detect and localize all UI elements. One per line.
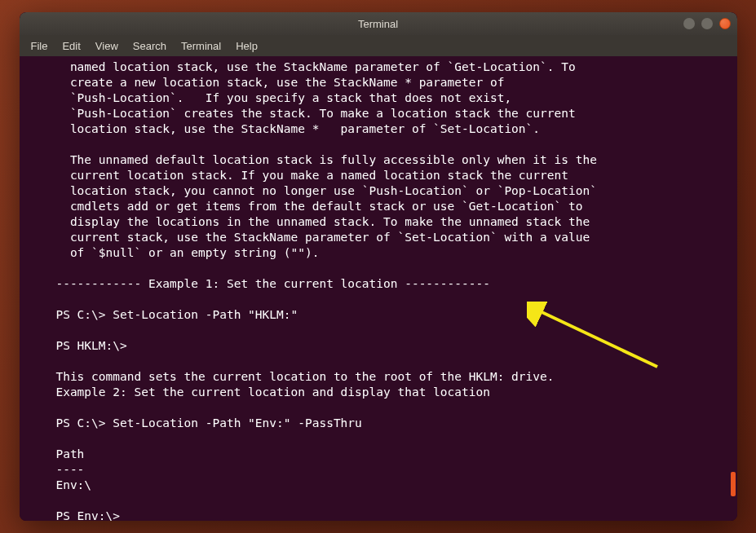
- minimize-button[interactable]: [683, 18, 695, 29]
- window-controls: [683, 18, 731, 29]
- maximize-button[interactable]: [701, 18, 713, 29]
- menu-edit[interactable]: Edit: [55, 37, 86, 55]
- menubar: File Edit View Search Terminal Help: [20, 35, 737, 56]
- terminal-output[interactable]: named location stack, use the StackName …: [20, 56, 737, 521]
- menu-view[interactable]: View: [89, 37, 125, 55]
- titlebar[interactable]: Terminal: [20, 12, 737, 35]
- menu-help[interactable]: Help: [229, 37, 264, 55]
- menu-terminal[interactable]: Terminal: [175, 37, 228, 55]
- terminal-window: Terminal File Edit View Search Terminal …: [20, 12, 737, 521]
- window-title: Terminal: [358, 18, 398, 30]
- menu-search[interactable]: Search: [126, 37, 173, 55]
- menu-file[interactable]: File: [24, 37, 55, 55]
- close-button[interactable]: [719, 18, 731, 29]
- terminal-text: named location stack, use the StackName …: [28, 59, 729, 521]
- scrollbar[interactable]: [731, 472, 736, 496]
